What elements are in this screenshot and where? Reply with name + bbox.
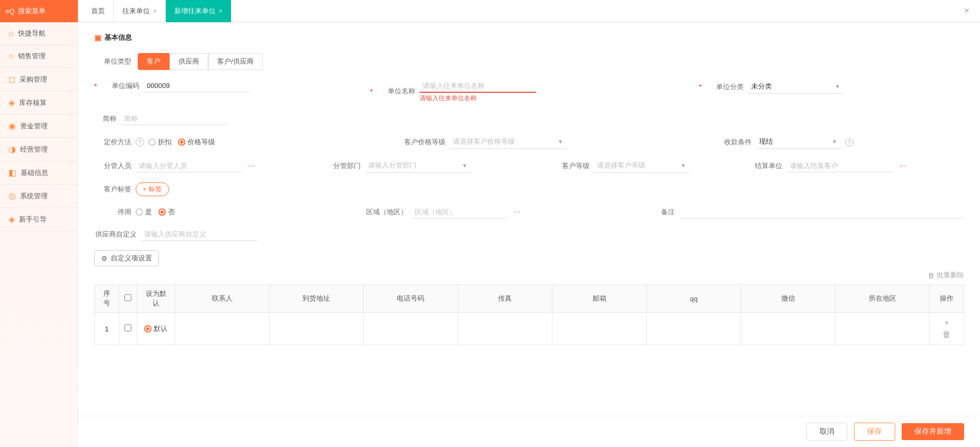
cell-region[interactable] bbox=[835, 313, 930, 345]
unit-type-label: 单位类型 bbox=[94, 57, 131, 66]
tab-partners[interactable]: 往来单位 × bbox=[114, 0, 166, 22]
col-qq: qq bbox=[647, 285, 741, 313]
sidebar-item-inventory[interactable]: ◈ 库存核算 bbox=[0, 91, 78, 115]
department-label: 分管部门 bbox=[324, 161, 361, 171]
unit-type-both[interactable]: 客户/供应商 bbox=[208, 53, 263, 70]
unit-name-label: 单位名称 bbox=[378, 86, 415, 96]
short-name-row: 简称 bbox=[94, 112, 964, 125]
unit-type-group: 客户 供应商 客户/供应商 bbox=[138, 53, 263, 70]
payment-help-icon[interactable]: ? bbox=[845, 138, 853, 146]
tab-new-partner-close[interactable]: × bbox=[219, 7, 222, 15]
tab-partners-close[interactable]: × bbox=[153, 7, 157, 15]
select-all-checkbox[interactable] bbox=[124, 294, 131, 301]
cell-contact[interactable] bbox=[175, 313, 269, 345]
unit-code-label: 单位编码 bbox=[102, 81, 139, 91]
add-row-button[interactable]: + bbox=[942, 317, 951, 329]
region-more-button[interactable]: ··· bbox=[511, 207, 522, 217]
main-area: 首页 往来单位 × 新增往来单位 × × ▣ 基本信息 单位类型 客户 供应商 … bbox=[78, 0, 980, 447]
radio-price-level[interactable]: 价格等级 bbox=[178, 137, 215, 147]
delete-row-button[interactable]: 🗑 bbox=[940, 329, 953, 340]
short-name-input[interactable] bbox=[121, 112, 227, 125]
contact-input[interactable] bbox=[181, 325, 264, 333]
remark-input[interactable] bbox=[679, 206, 964, 218]
sidebar-item-guide[interactable]: ◈ 新手引导 bbox=[0, 208, 78, 231]
sidebar-item-basic[interactable]: ◧ 基础信息 bbox=[0, 161, 78, 185]
cell-wechat[interactable] bbox=[741, 313, 835, 345]
sidebar-item-label: 库存核算 bbox=[19, 98, 47, 108]
supplier-custom-input[interactable] bbox=[141, 228, 257, 241]
unit-type-supplier[interactable]: 供应商 bbox=[170, 53, 208, 70]
cancel-button[interactable]: 取消 bbox=[806, 423, 848, 441]
cell-address[interactable] bbox=[269, 313, 363, 345]
guide-icon: ◈ bbox=[8, 214, 15, 224]
cell-fax[interactable] bbox=[458, 313, 552, 345]
sidebar-item-label: 经营管理 bbox=[20, 145, 48, 154]
unit-name-input[interactable] bbox=[420, 80, 536, 93]
default-radio[interactable]: 默认 bbox=[142, 324, 170, 334]
wechat-input[interactable] bbox=[746, 325, 830, 333]
address-input[interactable] bbox=[275, 325, 358, 333]
radio-discount[interactable]: 折扣 bbox=[148, 137, 172, 147]
purchase-icon: ◻ bbox=[8, 74, 15, 84]
department-select[interactable]: 请输入分管部门 ▼ bbox=[365, 159, 471, 173]
radio-disable-no[interactable]: 否 bbox=[158, 207, 175, 217]
customer-price-select[interactable]: 请选择客户价格等级 ▼ bbox=[450, 135, 566, 149]
unit-category-value: 未分类 bbox=[751, 82, 772, 91]
basic-icon: ◧ bbox=[8, 168, 16, 178]
row-checkbox[interactable] bbox=[124, 325, 131, 331]
chevron-down-icon4: ▼ bbox=[462, 162, 468, 169]
sidebar: ≡Q 搜索菜单 ⌂ 快捷导航 ○ 销售管理 ◻ 采购管理 ◈ 库存核算 ◉ 资金… bbox=[0, 0, 78, 447]
region-input[interactable] bbox=[412, 206, 507, 218]
manager-input[interactable] bbox=[136, 160, 242, 172]
settlement-input[interactable] bbox=[787, 160, 893, 172]
radio-disable-yes[interactable]: 是 bbox=[136, 207, 152, 217]
remark-label: 备注 bbox=[638, 207, 675, 217]
payment-terms-select[interactable]: 现结 ▼ bbox=[756, 135, 841, 149]
manager-more-button[interactable]: ··· bbox=[246, 161, 257, 171]
region-cell-input[interactable] bbox=[841, 325, 924, 333]
sidebar-item-purchase[interactable]: ◻ 采购管理 bbox=[0, 68, 78, 91]
unit-category-select[interactable]: 未分类 ▼ bbox=[748, 80, 843, 94]
unit-category-field: * 单位分类 未分类 ▼ bbox=[699, 80, 964, 94]
unit-name-container: 请输入往来单位名称 bbox=[420, 80, 689, 103]
customer-price-placeholder: 请选择客户价格等级 bbox=[453, 137, 515, 146]
pricing-help-icon[interactable]: ? bbox=[136, 138, 144, 146]
search-menu[interactable]: ≡Q 搜索菜单 bbox=[0, 0, 78, 22]
save-and-new-button[interactable]: 保存并新增 bbox=[902, 423, 964, 440]
cell-index: 1 bbox=[95, 313, 119, 345]
custom-settings-label: 自定义项设置 bbox=[111, 253, 152, 263]
save-button[interactable]: 保存 bbox=[854, 423, 895, 441]
unit-code-input[interactable] bbox=[144, 80, 250, 92]
cell-email[interactable] bbox=[552, 313, 646, 345]
tab-new-partner[interactable]: 新增往来单位 × bbox=[166, 0, 231, 22]
cell-phone[interactable] bbox=[363, 313, 458, 345]
fax-input[interactable] bbox=[464, 325, 547, 333]
add-tag-button[interactable]: + 标签 bbox=[136, 182, 169, 196]
sidebar-item-finance[interactable]: ◉ 资金管理 bbox=[0, 115, 78, 138]
section-basic-info: ▣ 基本信息 bbox=[94, 33, 964, 42]
qq-input[interactable] bbox=[652, 325, 735, 333]
custom-settings-button[interactable]: ⚙ 自定义项设置 bbox=[94, 250, 159, 266]
sidebar-item-sales[interactable]: ○ 销售管理 bbox=[0, 45, 78, 68]
cell-checkbox[interactable] bbox=[119, 313, 137, 345]
window-close-button[interactable]: × bbox=[957, 5, 976, 16]
cell-qq[interactable] bbox=[647, 313, 741, 345]
sidebar-item-system[interactable]: ◎ 系统管理 bbox=[0, 185, 78, 208]
email-input[interactable] bbox=[558, 325, 641, 333]
sidebar-item-operations[interactable]: ◑ 经营管理 bbox=[0, 138, 78, 161]
customer-price-field: 客户价格等级 请选择客户价格等级 ▼ bbox=[404, 135, 703, 149]
department-field: 分管部门 请输入分管部门 ▼ bbox=[324, 159, 542, 173]
sidebar-item-quick-nav[interactable]: ⌂ 快捷导航 bbox=[0, 22, 78, 45]
cell-default[interactable]: 默认 bbox=[137, 313, 175, 345]
sales-icon: ○ bbox=[8, 51, 14, 61]
short-name-label: 简称 bbox=[94, 114, 117, 124]
tab-home[interactable]: 首页 bbox=[83, 0, 114, 22]
col-checkbox[interactable] bbox=[119, 285, 137, 313]
settlement-more-button[interactable]: ··· bbox=[897, 161, 908, 171]
customer-level-select[interactable]: 请选择客户等级 ▼ bbox=[594, 159, 689, 173]
phone-input[interactable] bbox=[369, 325, 452, 333]
custom-settings-row: ⚙ 自定义项设置 bbox=[94, 250, 964, 266]
bulk-delete-label[interactable]: 批量删除 bbox=[937, 270, 964, 280]
cell-actions: + 🗑 bbox=[930, 313, 964, 345]
unit-type-customer[interactable]: 客户 bbox=[138, 53, 170, 70]
